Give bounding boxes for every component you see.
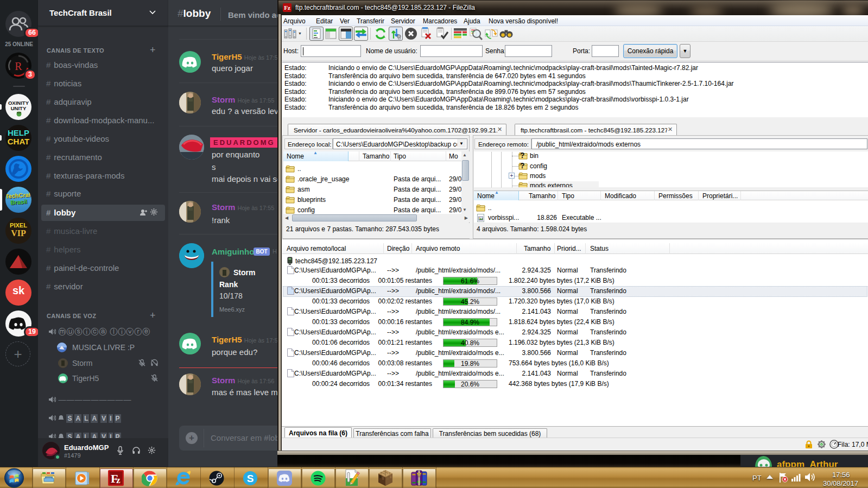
svg-text:R: R	[15, 60, 22, 72]
svg-text:UNITY: UNITY	[11, 105, 27, 111]
svg-text:S: S	[247, 473, 254, 484]
svg-text:z: z	[116, 475, 121, 485]
